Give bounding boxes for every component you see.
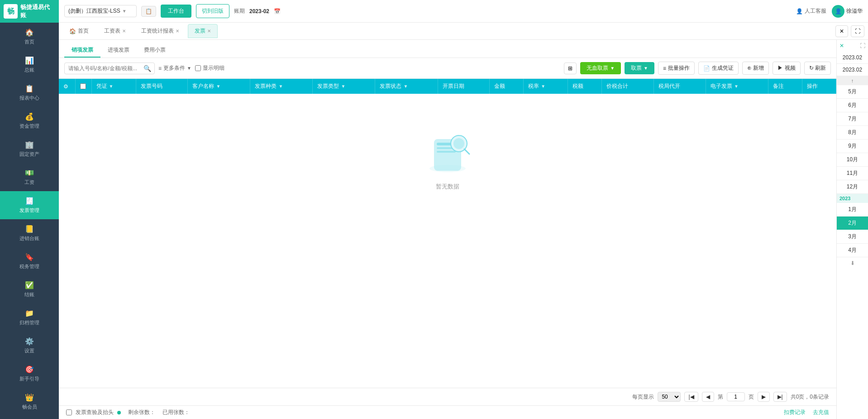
date-item-7m[interactable]: 7月 (837, 112, 868, 126)
new-button[interactable]: ⊕ 新增 (742, 62, 769, 75)
tax-rate-filter-icon[interactable]: ▼ (541, 84, 545, 89)
tab-invoice-close-icon[interactable]: ✕ (207, 29, 211, 34)
filter-dropdown-icon: ▼ (187, 66, 191, 71)
sub-tab-expense[interactable]: 费用小票 (137, 43, 173, 58)
sidebar-item-assets[interactable]: 🏢 固定资产 (0, 135, 59, 163)
customer-filter-icon[interactable]: ▼ (216, 84, 220, 89)
year-2023-label: 2023 (839, 196, 850, 201)
per-page-select[interactable]: 50 20 100 (658, 392, 681, 402)
th-checkbox[interactable] (75, 79, 91, 94)
date-2023-1m-label: 1月 (848, 206, 857, 212)
company-selector[interactable]: (勿删）江西股宝-LSS ▼ (64, 5, 137, 17)
date-item-11m[interactable]: 11月 (837, 167, 868, 180)
tab-home[interactable]: 🏠 首页 (62, 24, 95, 38)
no-tax-dropdown-icon: ▼ (610, 66, 615, 71)
page-input[interactable] (727, 392, 745, 401)
date-item-10m[interactable]: 10月 (837, 153, 868, 167)
date-item-9m[interactable]: 9月 (837, 140, 868, 153)
tab-payroll-stats-label: 工资统计报表 (141, 27, 174, 35)
type-filter-icon[interactable]: ▼ (278, 84, 283, 89)
last-page-button[interactable]: ▶| (773, 392, 787, 402)
th-settings[interactable]: ⚙ (59, 79, 75, 94)
next-page-button[interactable]: ▶ (758, 392, 770, 402)
tab-payroll-stats-close-icon[interactable]: ✕ (176, 29, 179, 34)
switch-button[interactable]: 切到旧版 (196, 4, 229, 18)
footer-check-input[interactable] (66, 409, 72, 415)
search-input[interactable] (64, 63, 155, 74)
sub-tab-purchase[interactable]: 进项发票 (100, 43, 137, 58)
sub-tab-sales[interactable]: 销项发票 (64, 43, 100, 58)
date-item-5m[interactable]: 5月 (837, 85, 868, 99)
tab-maximize-button[interactable]: ⛶ (851, 25, 864, 37)
date-item-8m[interactable]: 8月 (837, 126, 868, 140)
sidebar-item-member[interactable]: 👑 畅会员 (0, 388, 59, 416)
status-filter-icon[interactable]: ▼ (403, 84, 408, 89)
sidebar-item-tax[interactable]: 🔖 税务管理 (0, 247, 59, 275)
sidebar-item-funds[interactable]: 💰 资金管理 (0, 107, 59, 135)
maximize-date-panel-icon[interactable]: ⛶ (860, 43, 865, 49)
date-item-label2: 2023.02 (843, 67, 862, 73)
refresh-button[interactable]: ↻ 刷新 (804, 62, 831, 75)
date-item-2023-4m[interactable]: 4月 (837, 244, 868, 257)
sidebar-label-invoice: 发票管理 (19, 207, 39, 214)
date-item-2023-02-full2[interactable]: 2023.02 (837, 64, 868, 76)
sidebar-item-settings[interactable]: ⚙️ 设置 (0, 332, 59, 360)
voucher-filter-icon[interactable]: ▼ (109, 84, 114, 89)
voucher-button[interactable]: 📄 生成凭证 (698, 62, 739, 75)
filter-icon: ≡ (158, 65, 162, 72)
user-info[interactable]: 👤 徐溢华 (832, 5, 863, 18)
invoice-panel: 销项发票 进项发票 费用小票 🔍 ≡ 更多条件 ▼ (59, 40, 836, 419)
deduct-record-link[interactable]: 扣费记录 (784, 409, 806, 416)
first-page-button[interactable]: |◀ (684, 392, 698, 402)
date-item-2023-2m[interactable]: 2月 (837, 217, 868, 230)
date-item-12m[interactable]: 12月 (837, 180, 868, 194)
pagination: 每页显示 50 20 100 |◀ ◀ 第 页 ▶ ▶| 共0页，0条记录 (59, 388, 836, 405)
category-filter-icon[interactable]: ▼ (341, 84, 345, 89)
sidebar-item-sales[interactable]: 📒 进销台账 (0, 219, 59, 247)
calendar-icon[interactable]: 📅 (274, 8, 281, 14)
page-unit: 页 (749, 393, 754, 401)
sidebar-label-payroll: 工资 (24, 179, 34, 186)
date-item-2023-3m[interactable]: 3月 (837, 230, 868, 244)
show-detail-input[interactable] (195, 65, 201, 71)
main-area: (勿删）江西股宝-LSS ▼ 📋 工作台 切到旧版 账期 2023-02 📅 👤… (59, 0, 868, 419)
e-invoice-filter-icon[interactable]: ▼ (734, 84, 739, 89)
guide-icon: 🎯 (25, 365, 34, 374)
filter-button[interactable]: ≡ 更多条件 ▼ (158, 64, 191, 72)
sidebar-item-reports[interactable]: 📋 报表中心 (0, 79, 59, 107)
tab-payroll-close-icon[interactable]: ✕ (122, 29, 126, 34)
recharge-link[interactable]: 去充值 (813, 409, 829, 416)
date-item-2023-02-full1[interactable]: 2023.02 (837, 52, 868, 64)
service-button[interactable]: 👤 人工客服 (796, 7, 826, 15)
sidebar-item-close[interactable]: ✅ 结账 (0, 275, 59, 303)
th-customer: 客户名称 ▼ (188, 79, 250, 94)
scroll-down-icon[interactable]: ⬇ (850, 260, 855, 266)
prev-page-button[interactable]: ◀ (702, 392, 714, 402)
date-item-6m[interactable]: 6月 (837, 99, 868, 112)
close-date-panel-icon[interactable]: ✕ (839, 43, 844, 49)
grid-settings-icon[interactable]: ⊞ (564, 63, 577, 74)
show-detail-checkbox[interactable]: 显示明细 (195, 64, 224, 72)
sidebar-collapse-btn[interactable]: ◀◀ 收起固定 (0, 416, 59, 419)
sidebar-item-invoice[interactable]: 🧾 发票管理 (0, 191, 59, 219)
date-panel-bottom: ⬇ (837, 257, 868, 269)
copy-button[interactable]: 📋 (141, 6, 156, 17)
sidebar-label-ledger: 总账 (24, 67, 34, 73)
workspace-button[interactable]: 工作台 (161, 5, 191, 18)
no-tax-button[interactable]: 无血取票 ▼ (580, 62, 621, 74)
sidebar-item-archive[interactable]: 📁 归档管理 (0, 303, 59, 332)
tax-button[interactable]: 取票 ▼ (625, 62, 654, 74)
date-item-2023-1m[interactable]: 1月 (837, 203, 868, 217)
tab-invoice[interactable]: 发票 ✕ (188, 24, 218, 38)
batch-button[interactable]: ≡ 批量操作 (658, 62, 695, 75)
sidebar-item-guide[interactable]: 🎯 新手引导 (0, 360, 59, 388)
tab-close-all-button[interactable]: ✕ (835, 25, 848, 37)
sidebar-item-home[interactable]: 🏠 首页 (0, 23, 59, 51)
tab-payroll-stats[interactable]: 工资统计报表 ✕ (134, 24, 186, 38)
th-tax-code: 税局代开 (654, 79, 706, 94)
select-all-checkbox[interactable] (80, 83, 86, 89)
sidebar-item-ledger[interactable]: 📊 总账 (0, 51, 59, 79)
tab-payroll[interactable]: 工资表 ✕ (97, 24, 133, 38)
sidebar-item-payroll[interactable]: 💵 工资 (0, 163, 59, 191)
video-button[interactable]: ▶ 视频 (773, 62, 800, 75)
